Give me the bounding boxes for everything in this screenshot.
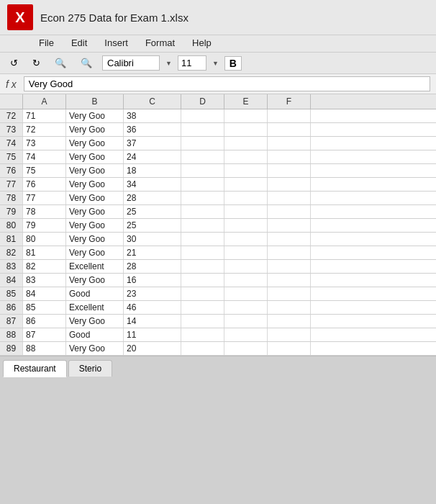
cell-c[interactable]: 25 [124, 219, 181, 232]
cell-c[interactable]: 24 [124, 150, 181, 163]
cell-c[interactable]: 37 [124, 137, 181, 150]
cell-b[interactable]: Very Goo [66, 342, 124, 355]
cell-d[interactable] [181, 192, 224, 204]
formula-input[interactable]: Very Good [24, 76, 430, 91]
search-button[interactable]: 🔍 [50, 55, 71, 71]
cell-a[interactable]: 88 [23, 342, 66, 355]
cell-c[interactable]: 34 [124, 178, 181, 191]
cell-f[interactable] [268, 246, 311, 259]
cell-b[interactable]: Very Goo [66, 150, 124, 163]
cell-b[interactable]: Very Goo [66, 123, 124, 136]
cell-e[interactable] [224, 342, 268, 355]
cell-a[interactable]: 86 [23, 315, 66, 328]
table-row[interactable]: 81 80 Very Goo 30 [0, 233, 436, 246]
cell-d[interactable] [181, 205, 224, 218]
cell-b[interactable]: Good [66, 328, 124, 341]
cell-b[interactable]: Good [66, 287, 124, 300]
cell-a[interactable]: 72 [23, 123, 66, 136]
cell-e[interactable] [224, 123, 268, 136]
cell-d[interactable] [181, 328, 224, 341]
cell-a[interactable]: 87 [23, 328, 66, 341]
cell-d[interactable] [181, 150, 224, 163]
cell-b[interactable]: Very Goo [66, 233, 124, 246]
table-row[interactable]: 73 72 Very Goo 36 [0, 123, 436, 137]
col-header-e[interactable]: E [224, 94, 268, 109]
cell-e[interactable] [224, 178, 268, 191]
font-name-selector[interactable]: Calibri [102, 55, 160, 71]
redo-button[interactable]: ↻ [28, 55, 45, 71]
cell-d[interactable] [181, 164, 224, 177]
cell-f[interactable] [268, 205, 311, 218]
cell-e[interactable] [224, 205, 268, 218]
table-row[interactable]: 74 73 Very Goo 37 [0, 137, 436, 150]
cell-a[interactable]: 75 [23, 164, 66, 177]
cell-c[interactable]: 23 [124, 287, 181, 300]
cell-e[interactable] [224, 315, 268, 328]
cell-c[interactable]: 21 [124, 246, 181, 259]
cell-d[interactable] [181, 109, 224, 122]
cell-b[interactable]: Very Goo [66, 219, 124, 232]
cell-b[interactable]: Very Goo [66, 205, 124, 218]
cell-b[interactable]: Very Goo [66, 274, 124, 287]
cell-b[interactable]: Very Goo [66, 246, 124, 259]
cell-c[interactable]: 25 [124, 205, 181, 218]
cell-b[interactable]: Excellent [66, 301, 124, 314]
cell-a[interactable]: 71 [23, 109, 66, 122]
menu-help[interactable]: Help [189, 37, 214, 49]
menu-file[interactable]: File [36, 37, 57, 49]
menu-format[interactable]: Format [142, 37, 178, 49]
cell-f[interactable] [268, 260, 311, 273]
cell-f[interactable] [268, 219, 311, 232]
col-header-b[interactable]: B [66, 94, 124, 109]
cell-d[interactable] [181, 246, 224, 259]
table-row[interactable]: 83 82 Excellent 28 [0, 260, 436, 274]
cell-b[interactable]: Very Goo [66, 192, 124, 204]
cell-f[interactable] [268, 315, 311, 328]
cell-f[interactable] [268, 150, 311, 163]
menu-edit[interactable]: Edit [68, 37, 90, 49]
cell-e[interactable] [224, 150, 268, 163]
cell-c[interactable]: 28 [124, 260, 181, 273]
cell-e[interactable] [224, 233, 268, 246]
table-row[interactable]: 75 74 Very Goo 24 [0, 150, 436, 164]
cell-c[interactable]: 46 [124, 301, 181, 314]
cell-e[interactable] [224, 192, 268, 204]
table-row[interactable]: 79 78 Very Goo 25 [0, 205, 436, 219]
menu-insert[interactable]: Insert [101, 37, 131, 49]
table-row[interactable]: 86 85 Excellent 46 [0, 301, 436, 315]
cell-a[interactable]: 82 [23, 260, 66, 273]
bold-button[interactable]: B [224, 56, 242, 71]
cell-c[interactable]: 20 [124, 342, 181, 355]
table-row[interactable]: 89 88 Very Goo 20 [0, 342, 436, 356]
cell-e[interactable] [224, 137, 268, 150]
undo-button[interactable]: ↺ [6, 55, 22, 71]
sheet-tab-sterio[interactable]: Sterio [68, 360, 112, 377]
cell-f[interactable] [268, 192, 311, 204]
cell-d[interactable] [181, 137, 224, 150]
cell-f[interactable] [268, 287, 311, 300]
cell-a[interactable]: 73 [23, 137, 66, 150]
cell-f[interactable] [268, 178, 311, 191]
cell-a[interactable]: 85 [23, 301, 66, 314]
cell-f[interactable] [268, 164, 311, 177]
table-row[interactable]: 80 79 Very Goo 25 [0, 219, 436, 233]
cell-a[interactable]: 77 [23, 192, 66, 204]
cell-e[interactable] [224, 301, 268, 314]
cell-e[interactable] [224, 260, 268, 273]
cell-b[interactable]: Excellent [66, 260, 124, 273]
cell-e[interactable] [224, 164, 268, 177]
cell-a[interactable]: 83 [23, 274, 66, 287]
table-row[interactable]: 84 83 Very Goo 16 [0, 274, 436, 287]
cell-d[interactable] [181, 315, 224, 328]
cell-a[interactable]: 74 [23, 150, 66, 163]
col-header-a[interactable]: A [23, 94, 66, 109]
cell-f[interactable] [268, 123, 311, 136]
cell-c[interactable]: 38 [124, 109, 181, 122]
cell-c[interactable]: 28 [124, 192, 181, 204]
cell-f[interactable] [268, 233, 311, 246]
cell-e[interactable] [224, 274, 268, 287]
cell-c[interactable]: 36 [124, 123, 181, 136]
cell-d[interactable] [181, 287, 224, 300]
sheet-tab-restaurant[interactable]: Restaurant [3, 360, 67, 377]
table-row[interactable]: 82 81 Very Goo 21 [0, 246, 436, 260]
